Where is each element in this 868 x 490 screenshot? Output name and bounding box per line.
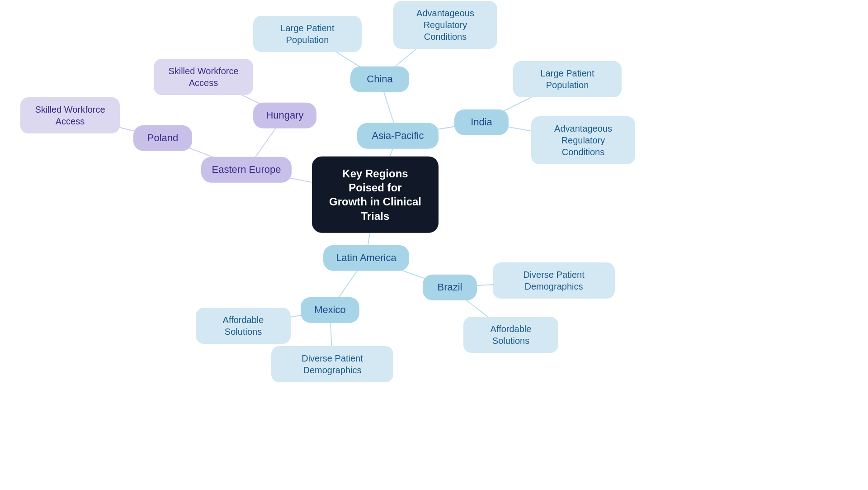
svg-line-5 (481, 79, 567, 122)
svg-line-4 (398, 122, 481, 136)
svg-line-9 (203, 77, 285, 115)
svg-line-0 (375, 136, 398, 195)
svg-line-12 (366, 195, 375, 258)
svg-line-15 (330, 310, 332, 364)
svg-line-13 (330, 258, 366, 310)
svg-line-3 (380, 25, 445, 79)
svg-line-14 (243, 310, 330, 326)
svg-line-7 (246, 170, 375, 195)
svg-line-8 (246, 115, 285, 170)
svg-line-10 (163, 138, 246, 170)
svg-line-18 (450, 287, 511, 335)
mindmap-svg (0, 0, 868, 490)
svg-line-2 (307, 34, 380, 79)
svg-line-16 (366, 258, 450, 287)
svg-line-6 (481, 122, 583, 140)
svg-line-1 (380, 79, 398, 136)
svg-line-11 (70, 115, 163, 138)
svg-line-17 (450, 281, 554, 287)
